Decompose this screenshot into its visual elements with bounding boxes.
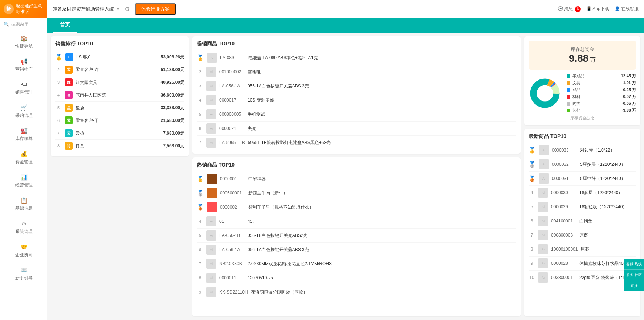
latest-item: 🥉 Ai 0000031 5厘中纤（1220*2440） bbox=[529, 172, 636, 186]
sidebar-item-coop[interactable]: 🤝企业协同 bbox=[0, 239, 47, 262]
system-selector[interactable]: 装备及固定资产辅助管理系统 ▾ bbox=[53, 6, 119, 12]
guide-icon: 📖 bbox=[20, 267, 28, 274]
legend-name: 文具 bbox=[572, 80, 614, 86]
product-name: 2.0X30MM双摆花轴.摆花直径2.1MM/ROHS bbox=[248, 261, 516, 267]
product-item: 6 Ai LA-056-1A 056-1A白色按键开关盖ABS 3壳 bbox=[197, 243, 516, 257]
avatar: 零 bbox=[65, 66, 73, 74]
gold-medal-icon: 🥇 bbox=[529, 147, 536, 154]
sidebar-item-basic[interactable]: 📋基础信息 bbox=[0, 193, 47, 216]
sidebar-item-label: 资金管理 bbox=[15, 159, 33, 165]
rank-number: 4 bbox=[197, 98, 203, 102]
bronze-medal-icon: 🥉 bbox=[197, 204, 204, 211]
inventory-amount: 9.88 bbox=[569, 53, 589, 64]
product-code: NB2.0X30B bbox=[219, 261, 245, 266]
logo-line2: 标准版 bbox=[16, 9, 42, 15]
float-button[interactable]: 直播 bbox=[624, 280, 644, 291]
product-name: 45# bbox=[248, 219, 516, 224]
product-item: 4 Ai 01 45# bbox=[197, 214, 516, 229]
rank-number: 7 bbox=[197, 140, 203, 145]
product-name: 中华神器 bbox=[248, 176, 516, 182]
hot-products-card: 热销商品 TOP10 🥇 0000001 中华神器 🥈 000500001 新西… bbox=[192, 157, 521, 316]
settings-icon[interactable]: ⚙ bbox=[125, 5, 130, 12]
main-content: 装备及固定资产辅助管理系统 ▾ ⚙ 体验行业方案 💬 消息 6 📱 App下载 … bbox=[47, 0, 644, 320]
legend-item: 文具 1.01 万 bbox=[567, 80, 636, 86]
product-item: 🥇 0000001 中华神器 bbox=[197, 172, 516, 186]
customer-name: LS 客户 bbox=[76, 54, 158, 60]
product-thumb: Ai bbox=[206, 287, 216, 297]
trial-button[interactable]: 体验行业方案 bbox=[135, 3, 176, 15]
sidebar-item-marketing[interactable]: 📢营销推广 bbox=[0, 54, 47, 77]
sidebar-item-purchase[interactable]: 🛒采购管理 bbox=[0, 100, 47, 123]
app-label: App下载 bbox=[592, 6, 609, 11]
product-code: LA-056-1A bbox=[219, 247, 245, 252]
customer-amount: 33,333.00元 bbox=[161, 105, 184, 111]
product-thumb: Ai bbox=[538, 230, 548, 240]
avatar: 肖 bbox=[65, 142, 73, 150]
sidebar-item-system[interactable]: ⚙系统管理 bbox=[0, 216, 47, 239]
best-selling-title: 畅销商品 TOP10 bbox=[197, 41, 516, 47]
latest-item: 4 Ai 0000030 18多层（1220*2440） bbox=[529, 186, 636, 200]
latest-products-title-text: 最新商品 TOP10 bbox=[529, 133, 566, 140]
float-button[interactable]: 客服 热线 bbox=[624, 259, 644, 270]
customer-name: 云扬 bbox=[76, 130, 160, 136]
product-code: 004100001 bbox=[551, 218, 576, 223]
legend-item: 肉类 -0.05 万 bbox=[567, 101, 636, 106]
product-code: 0000031 bbox=[552, 176, 577, 181]
rank-number: 9 bbox=[529, 261, 535, 266]
rank-number: 3 bbox=[197, 84, 203, 88]
inventory-unit: 万 bbox=[590, 57, 596, 63]
top-customers-title: 销售排行 TOP10 bbox=[55, 41, 184, 47]
avatar: 云 bbox=[65, 129, 73, 137]
sidebar-item-operation[interactable]: 📊经营管理 bbox=[0, 169, 47, 193]
sidebar-item-home[interactable]: 🏠快捷导航 bbox=[0, 30, 47, 54]
latest-products-list: 🥇 Ai 0000033 对边带（1.0*22） 🥈 Ai 0000032 5厘… bbox=[529, 143, 636, 284]
product-name: 对边带（1.0*22） bbox=[580, 147, 636, 153]
product-code: 0000030 bbox=[551, 190, 576, 195]
product-thumb: Ai bbox=[206, 245, 216, 255]
hot-products-title: 热销商品 TOP10 bbox=[197, 162, 516, 168]
rank-number: 4 bbox=[197, 219, 203, 223]
product-thumb: Ai bbox=[206, 81, 216, 91]
product-code: 000800008 bbox=[551, 233, 576, 238]
legend-dot bbox=[567, 74, 570, 78]
best-selling-list: 🥇 Ai LA-089 电池盖 LA-089 ABS本色+黑种 7.1克 2 A… bbox=[197, 51, 516, 149]
sidebar-nav: 🏠快捷导航📢营销推广🏷销售管理🛒采购管理🏭库存核算💰资金管理📊经营管理📋基础信息… bbox=[0, 30, 47, 320]
latest-item: 7 Ai 000800008 原盔 bbox=[529, 228, 636, 242]
sidebar-item-finance[interactable]: 💰资金管理 bbox=[0, 146, 47, 169]
legend-item: 其他 -3.86 万 bbox=[567, 108, 636, 113]
product-code: 01 bbox=[219, 219, 245, 224]
product-item: 6 Ai 0000021 夹壳 bbox=[197, 122, 516, 136]
search-menu[interactable]: 🔍 搜索菜单 bbox=[0, 18, 47, 30]
app-download[interactable]: 📱 App下载 bbox=[586, 6, 609, 12]
latest-item: 6 Ai 004100001 白钢垫 bbox=[529, 214, 636, 228]
online-service[interactable]: 👤 在线客服 bbox=[615, 6, 639, 12]
customer-amount: 7,563.00元 bbox=[163, 143, 184, 149]
rank-number: 6 bbox=[197, 247, 203, 252]
latest-item: 10 Ai 003800001 22g鱼豆腐·烧烤味（1*12*20） bbox=[529, 271, 636, 284]
product-thumb: Ai bbox=[206, 259, 216, 269]
purchase-icon: 🛒 bbox=[20, 104, 28, 111]
tab-home[interactable]: 首页 bbox=[53, 18, 77, 33]
top-customers-list: 🥇 L LS 客户 53,006.26元 2 零 零售客户-许 51,183.0… bbox=[55, 51, 184, 152]
page-tabs: 首页 bbox=[47, 18, 644, 33]
rank-number: 3 bbox=[55, 80, 62, 85]
sidebar-item-inventory[interactable]: 🏭库存核算 bbox=[0, 123, 47, 146]
hot-products-list: 🥇 0000001 中华神器 🥈 000500001 新西兰牛肉（新牛） 🥉 0… bbox=[197, 172, 516, 299]
sidebar-item-guide[interactable]: 📖新手引导 bbox=[0, 262, 47, 286]
sidebar-item-sales[interactable]: 🏷销售管理 bbox=[0, 77, 47, 100]
product-name: 花语萌恒温分腿睡袋（厚款） bbox=[251, 289, 516, 295]
legend-value: 0.25 万 bbox=[616, 87, 636, 93]
product-thumb: Ai bbox=[538, 202, 548, 212]
home-icon: 🏠 bbox=[20, 35, 28, 42]
product-code: 0000011 bbox=[219, 275, 245, 280]
product-code: 000800005 bbox=[219, 112, 245, 117]
message-item[interactable]: 💬 消息 6 bbox=[558, 6, 581, 12]
legend-item: 半成品 12.45 万 bbox=[567, 73, 636, 79]
inventory-title: 库存总资金 bbox=[534, 46, 631, 53]
float-button[interactable]: 服务 社区 bbox=[624, 270, 644, 280]
product-code: 0000028 bbox=[551, 261, 576, 266]
svg-point-6 bbox=[538, 87, 551, 100]
coop-icon: 🤝 bbox=[20, 243, 28, 250]
list-item: 7 云 云扬 7,680.00元 bbox=[55, 127, 184, 140]
legend-name: 材料 bbox=[572, 94, 614, 99]
